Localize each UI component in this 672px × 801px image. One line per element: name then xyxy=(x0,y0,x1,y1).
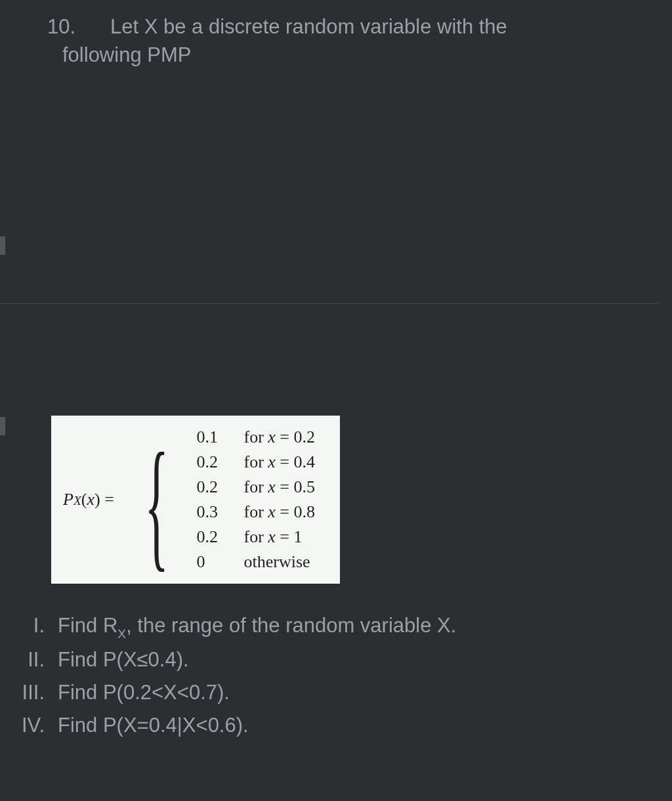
case-value: 0 xyxy=(196,550,243,574)
case-condition: for x = 1 xyxy=(243,525,326,550)
case-row: 0.2 for x = 0.4 xyxy=(196,450,326,475)
subpart-marker: II. xyxy=(0,644,58,676)
subpart-marker: IV. xyxy=(0,710,58,741)
case-row: 0.2 for x = 0.5 xyxy=(196,475,326,500)
case-row: 0 otherwise xyxy=(196,550,326,574)
case-condition: otherwise xyxy=(243,550,326,574)
case-row: 0.1 for x = 0.2 xyxy=(196,425,326,450)
divider xyxy=(0,303,659,304)
case-value: 0.1 xyxy=(196,425,243,450)
list-item: I. Find RX, the range of the random vari… xyxy=(0,610,659,643)
pmf-symbol: P xyxy=(63,490,74,509)
case-condition: for x = 0.8 xyxy=(243,500,326,525)
subpart-text: Find P(0.2<X<0.7). xyxy=(58,677,230,708)
question-number: 10. xyxy=(47,13,110,41)
case-value: 0.2 xyxy=(196,525,243,550)
case-value: 0.2 xyxy=(196,450,243,475)
list-item: II. Find P(X≤0.4). xyxy=(0,644,659,676)
case-value: 0.2 xyxy=(196,475,243,500)
question-line-1: Let X be a discrete random variable with… xyxy=(110,13,659,41)
case-condition: for x = 0.2 xyxy=(243,425,326,450)
subpart-text: Find P(X≤0.4). xyxy=(58,644,189,676)
pmf-definition: PX(x) = { 0.1 for x = 0.2 0.2 for x = 0.… xyxy=(51,416,340,584)
question-line-2: following PMP xyxy=(62,43,659,67)
pmf-cases: 0.1 for x = 0.2 0.2 for x = 0.4 0.2 for … xyxy=(196,425,326,574)
subpart-text: Find P(X=0.4|X<0.6). xyxy=(58,710,249,741)
margin-marker xyxy=(0,417,5,435)
subpart-marker: I. xyxy=(0,610,58,643)
margin-marker xyxy=(0,236,5,255)
question-header: 10. Let X be a discrete random variable … xyxy=(47,13,659,41)
pmf-subscript: X xyxy=(74,494,81,508)
subpart-text: Find RX, the range of the random variabl… xyxy=(58,610,456,643)
case-row: 0.2 for x = 1 xyxy=(196,525,326,550)
list-item: IV. Find P(X=0.4|X<0.6). xyxy=(0,710,659,741)
subparts-list: I. Find RX, the range of the random vari… xyxy=(0,610,659,741)
case-condition: for x = 0.5 xyxy=(243,475,326,500)
pmf-arg: x xyxy=(87,490,94,509)
case-condition: for x = 0.4 xyxy=(243,450,326,475)
brace-icon: { xyxy=(144,446,169,561)
case-value: 0.3 xyxy=(196,500,243,525)
case-row: 0.3 for x = 0.8 xyxy=(196,500,326,525)
subpart-marker: III. xyxy=(0,677,58,708)
list-item: III. Find P(0.2<X<0.7). xyxy=(0,677,659,708)
